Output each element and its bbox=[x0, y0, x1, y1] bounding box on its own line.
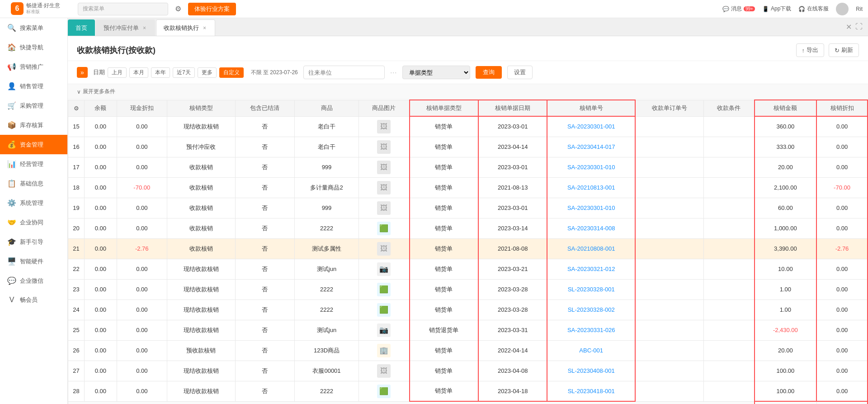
cell-writeoff-bill-no[interactable]: ABC-001 bbox=[547, 340, 635, 361]
sidebar-item-guide[interactable]: 🎓 新手引导 bbox=[0, 232, 67, 252]
sidebar-item-hardware[interactable]: 🖥️ 智能硬件 bbox=[0, 252, 67, 271]
app-download-item[interactable]: 📱 App下载 bbox=[762, 5, 791, 13]
cell-receipt-order-no bbox=[635, 137, 704, 157]
tab-prepay[interactable]: 预付冲应付单 × bbox=[96, 19, 155, 36]
sidebar-item-member[interactable]: V 畅会员 bbox=[0, 290, 67, 309]
cell-writeoff-bill-type: 销货退货单 bbox=[410, 320, 478, 340]
setting-button[interactable]: 设置 bbox=[507, 66, 533, 79]
table-row: 150.000.00现结收款核销否老白干🖼销货单2023-03-01SA-202… bbox=[68, 116, 868, 137]
cell-writeoff-bill-no[interactable]: SL-20230328-001 bbox=[547, 279, 635, 299]
cell-goods-img: 🟩 bbox=[359, 218, 410, 238]
cell-include-settled: 否 bbox=[235, 177, 294, 198]
query-button[interactable]: 查询 bbox=[476, 66, 502, 79]
cell-receipt-condition bbox=[704, 116, 755, 137]
sidebar-item-collab[interactable]: 🤝 企业协同 bbox=[0, 213, 67, 232]
sidebar-item-finance[interactable]: 💰 资金管理 bbox=[0, 135, 67, 154]
online-service-item[interactable]: 🎧 在线客服 bbox=[798, 5, 829, 13]
bell-icon: 💬 bbox=[722, 6, 729, 12]
this-year-btn[interactable]: 本年 bbox=[151, 67, 170, 78]
industry-button[interactable]: 体验行业方案 bbox=[188, 3, 236, 15]
filter-expand-button[interactable]: » bbox=[77, 67, 88, 78]
sidebar-label-hardware: 智能硬件 bbox=[20, 257, 43, 266]
cell-balance: 0.00 bbox=[85, 340, 117, 361]
user-name[interactable]: Rit bbox=[856, 6, 863, 12]
sidebar-item-system[interactable]: ⚙️ 系统管理 bbox=[0, 193, 67, 213]
cell-writeoff-type: 现结收款核销 bbox=[167, 381, 235, 401]
sidebar-item-sales[interactable]: 👤 销售管理 bbox=[0, 76, 67, 96]
cell-writeoff-discount: 0.00 bbox=[816, 137, 868, 157]
prepay-tab-label: 预付冲应付单 bbox=[104, 24, 139, 32]
cell-writeoff-bill-no[interactable]: SA-20230414-017 bbox=[547, 137, 635, 157]
export-button[interactable]: ↑ 导出 bbox=[796, 43, 825, 57]
cell-goods: 2222 bbox=[294, 299, 359, 320]
more-btn[interactable]: 更多 bbox=[198, 67, 217, 78]
main-layout: 🔍 搜索菜单 🏠 快捷导航 📢 营销推广 👤 销售管理 🛒 采购管理 📦 库存核… bbox=[0, 18, 868, 404]
custom-btn[interactable]: 自定义 bbox=[219, 67, 244, 78]
cell-writeoff-discount: 0.00 bbox=[816, 259, 868, 279]
expand-conditions-btn[interactable]: ∨ 展开更多条件 bbox=[77, 87, 115, 96]
this-month-btn[interactable]: 本月 bbox=[129, 67, 148, 78]
tab-bar-right: ✕ ⛶ bbox=[840, 18, 868, 36]
gear-button[interactable]: ⚙ bbox=[172, 3, 184, 15]
sidebar-item-inventory[interactable]: 📦 库存核算 bbox=[0, 115, 67, 135]
cell-goods-img: 🟩 bbox=[359, 381, 410, 401]
cell-writeoff-bill-no[interactable]: SA-20210813-001 bbox=[547, 177, 635, 198]
search-box[interactable]: 搜索菜单 bbox=[78, 3, 168, 15]
cell-writeoff-amount: 3,390.00 bbox=[755, 238, 816, 259]
sidebar-item-quicknav[interactable]: 🏠 快捷导航 bbox=[0, 38, 67, 57]
tab-home[interactable]: 首页 bbox=[68, 19, 95, 36]
close-window-icon[interactable]: ✕ bbox=[846, 23, 852, 31]
cell-writeoff-bill-no[interactable]: SA-20230301-001 bbox=[547, 116, 635, 137]
sidebar-item-wechat[interactable]: 💬 企业微信 bbox=[0, 271, 67, 290]
cell-writeoff-bill-no[interactable]: SA-20210808-001 bbox=[547, 238, 635, 259]
cell-writeoff-bill-type: 销货单 bbox=[410, 116, 478, 137]
notification-item[interactable]: 💬 消息 99+ bbox=[722, 5, 755, 13]
last-month-btn[interactable]: 上月 bbox=[108, 67, 127, 78]
writeoff-tab-label: 收款核销执行 bbox=[164, 24, 199, 32]
footer-writeoff-discount: 952.24 bbox=[816, 401, 868, 404]
sidebar-item-marketing[interactable]: 📢 营销推广 bbox=[0, 57, 67, 76]
cell-writeoff-bill-no[interactable]: SA-20230321-012 bbox=[547, 259, 635, 279]
top-right: 💬 消息 99+ 📱 App下载 🎧 在线客服 Rit bbox=[722, 3, 863, 15]
cell-writeoff-bill-no[interactable]: SA-20230314-008 bbox=[547, 218, 635, 238]
prepay-tab-close[interactable]: × bbox=[142, 24, 147, 32]
sidebar-item-basic-info[interactable]: 📋 基础信息 bbox=[0, 174, 67, 193]
cell-balance: 0.00 bbox=[85, 361, 117, 381]
cell-writeoff-bill-no[interactable]: SA-20230301-010 bbox=[547, 198, 635, 218]
cell-writeoff-bill-type: 销货单 bbox=[410, 299, 478, 320]
export-label: 导出 bbox=[807, 46, 818, 54]
cell-receipt-order-no bbox=[635, 157, 704, 177]
cell-writeoff-discount: 0.00 bbox=[816, 279, 868, 299]
cell-writeoff-bill-no[interactable]: SL-20230418-001 bbox=[547, 381, 635, 401]
refresh-button[interactable]: ↻ 刷新 bbox=[829, 43, 859, 57]
sidebar-item-operations[interactable]: 📊 经营管理 bbox=[0, 154, 67, 174]
cell-writeoff-amount: 10.00 bbox=[755, 259, 816, 279]
tab-writeoff[interactable]: 收款核销执行 × bbox=[156, 19, 215, 36]
table-row: 280.000.00现结收款核销否2222🟩销货单2023-04-18SL-20… bbox=[68, 381, 868, 401]
cell-cash-discount: 0.00 bbox=[117, 259, 167, 279]
th-include-settled: 包含已结清 bbox=[235, 100, 294, 116]
user-avatar[interactable] bbox=[836, 3, 849, 15]
sidebar-item-purchase[interactable]: 🛒 采购管理 bbox=[0, 96, 67, 115]
cell-receipt-order-no bbox=[635, 361, 704, 381]
cell-receipt-condition bbox=[704, 279, 755, 299]
cell-writeoff-bill-no[interactable]: SA-20230331-026 bbox=[547, 320, 635, 340]
recent7-btn[interactable]: 近7天 bbox=[173, 67, 195, 78]
cell-writeoff-discount: 0.00 bbox=[816, 381, 868, 401]
cell-writeoff-bill-no[interactable]: SA-20230301-010 bbox=[547, 157, 635, 177]
partner-input[interactable] bbox=[303, 66, 385, 79]
page-content: 收款核销执行(按收款) ↑ 导出 ↻ 刷新 » bbox=[68, 36, 868, 404]
table-row: 200.000.00收款核销否2222🟩销货单2023-03-14SA-2023… bbox=[68, 218, 868, 238]
th-gear[interactable]: ⚙ bbox=[68, 100, 85, 116]
sidebar-item-search[interactable]: 🔍 搜索菜单 bbox=[0, 18, 67, 38]
cell-writeoff-bill-no[interactable]: SL-20230328-002 bbox=[547, 299, 635, 320]
cell-writeoff-amount: 1,000.00 bbox=[755, 218, 816, 238]
writeoff-tab-close[interactable]: × bbox=[202, 24, 208, 32]
cell-writeoff-type: 收款核销 bbox=[167, 218, 235, 238]
maximize-icon[interactable]: ⛶ bbox=[855, 23, 863, 31]
purchase-icon: 🛒 bbox=[7, 101, 16, 110]
table-row: 260.000.00预收款核销否123D商品🏢销货单2022-04-14ABC-… bbox=[68, 340, 868, 361]
th-balance: 余额 bbox=[85, 100, 117, 116]
single-type-select[interactable]: 单据类型 bbox=[402, 66, 470, 79]
cell-writeoff-bill-no[interactable]: SL-20230408-001 bbox=[547, 361, 635, 381]
